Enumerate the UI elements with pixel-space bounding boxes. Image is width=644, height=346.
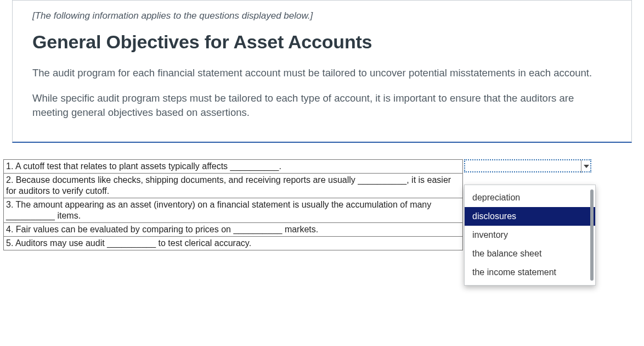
answer-dropdown-group: depreciation disclosures inventory the b… — [464, 159, 591, 172]
intro-note: [The following information applies to th… — [32, 10, 612, 21]
table-row: 4. Fair values can be evaluated by compa… — [4, 222, 463, 236]
question-cell: 4. Fair values can be evaluated by compa… — [4, 222, 463, 236]
questions-table: 1. A cutoff test that relates to plant a… — [3, 159, 463, 250]
table-row: 3. The amount appearing as an asset (inv… — [4, 198, 463, 222]
dropdown-option[interactable]: disclosures — [465, 207, 595, 226]
dropdown-option[interactable]: inventory — [465, 226, 595, 244]
dropdown-option[interactable]: depreciation — [465, 188, 595, 207]
chevron-down-icon[interactable] — [581, 160, 591, 173]
dropdown-option[interactable]: the balance sheet — [465, 244, 595, 263]
paragraph-2: While specific audit program steps must … — [32, 91, 612, 120]
dropdown-option[interactable]: the income statement — [465, 263, 595, 282]
table-row: 5. Auditors may use audit __________ to … — [4, 236, 463, 250]
page-title: General Objectives for Asset Accounts — [32, 31, 612, 53]
question-area: 1. A cutoff test that relates to plant a… — [0, 159, 644, 250]
paragraph-1: The audit program for each financial sta… — [32, 66, 612, 80]
table-row: 1. A cutoff test that relates to plant a… — [4, 159, 463, 173]
dropdown-menu: depreciation disclosures inventory the b… — [464, 185, 596, 286]
instruction-panel: [The following information applies to th… — [12, 0, 632, 143]
question-cell: 3. The amount appearing as an asset (inv… — [4, 198, 463, 222]
question-cell: 5. Auditors may use audit __________ to … — [4, 236, 463, 250]
scrollbar[interactable] — [590, 189, 594, 281]
question-cell: 2. Because documents like checks, shippi… — [4, 173, 463, 198]
answer-dropdown[interactable] — [464, 159, 591, 172]
question-cell: 1. A cutoff test that relates to plant a… — [4, 159, 463, 173]
table-row: 2. Because documents like checks, shippi… — [4, 173, 463, 198]
